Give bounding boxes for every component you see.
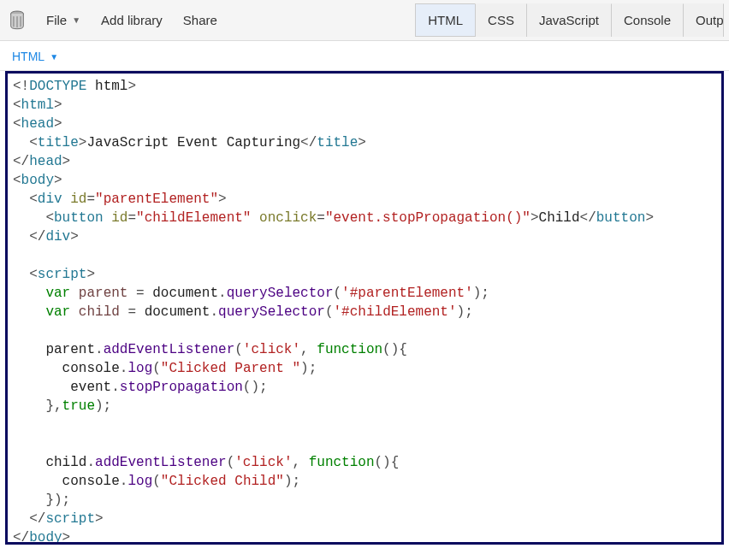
add-library-label: Add library bbox=[101, 13, 163, 27]
main-toolbar: File ▼ Add library Share HTML CSS JavaSc… bbox=[0, 0, 729, 41]
tab-html[interactable]: HTML bbox=[415, 3, 475, 37]
chevron-down-icon: ▼ bbox=[72, 15, 80, 25]
jsbin-logo-icon bbox=[5, 9, 29, 32]
tab-output[interactable]: Output bbox=[683, 3, 724, 37]
file-menu-label: File bbox=[46, 13, 67, 27]
editor-mode-label: HTML bbox=[12, 50, 44, 63]
file-menu[interactable]: File ▼ bbox=[36, 8, 91, 32]
code-content: <!DOCTYPE html> <html> <head> <title>Jav… bbox=[8, 74, 721, 545]
share-button[interactable]: Share bbox=[173, 8, 228, 32]
editor-mode-dropdown[interactable]: HTML ▼ bbox=[12, 50, 58, 63]
tab-console[interactable]: Console bbox=[611, 3, 683, 37]
panel-header: HTML ▼ bbox=[0, 41, 729, 71]
code-editor[interactable]: <!DOCTYPE html> <html> <head> <title>Jav… bbox=[5, 71, 724, 545]
tab-css[interactable]: CSS bbox=[475, 3, 526, 37]
share-label: Share bbox=[183, 13, 217, 27]
panel-tabs: HTML CSS JavaScript Console Output bbox=[415, 3, 724, 37]
tab-javascript[interactable]: JavaScript bbox=[526, 3, 611, 37]
add-library-button[interactable]: Add library bbox=[91, 8, 173, 32]
chevron-down-icon: ▼ bbox=[50, 52, 58, 62]
